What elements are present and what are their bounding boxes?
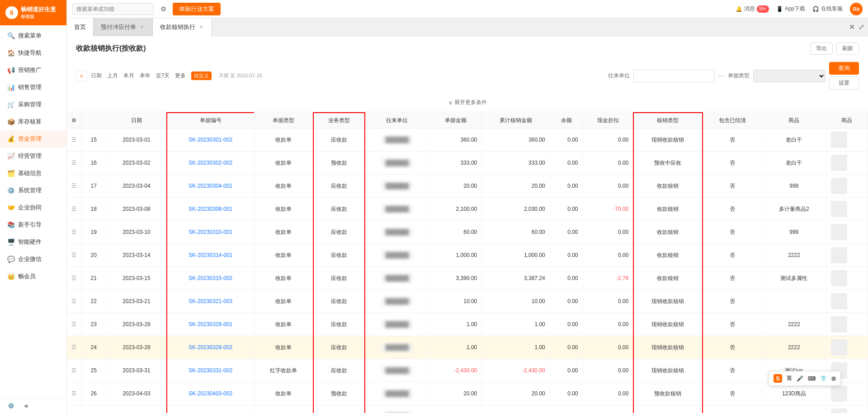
date-custom-btn[interactable]: 自定义	[191, 71, 212, 80]
billtype-select[interactable]	[753, 70, 826, 82]
settings-icon[interactable]: ⚙️	[7, 402, 14, 409]
col-billno[interactable]: 单据编号	[167, 113, 254, 128]
sidebar-item-vip[interactable]: 👑畅会员	[0, 268, 66, 285]
billno-link[interactable]: SK-20230308-001	[189, 206, 232, 212]
tab-payable-close[interactable]: ✕	[139, 24, 145, 30]
cell-seq: 26	[81, 382, 107, 405]
cell-settings[interactable]: ☰	[67, 152, 81, 175]
date-btn-thisyear[interactable]: 本年	[138, 71, 152, 81]
marketing-icon: 📢	[7, 66, 14, 74]
col-goods[interactable]: 商品	[762, 113, 826, 128]
col-discount[interactable]: 现金折扣	[583, 113, 633, 128]
tab-expand-icon[interactable]: ⤢	[859, 23, 864, 31]
ime-shirt-icon[interactable]: 👕	[820, 375, 827, 382]
table-row: ☰ 21 2023-03-15 SK-20230315-002 收款单 应收款 …	[67, 267, 868, 290]
col-goodsimg[interactable]: 商品	[826, 113, 868, 128]
gear-icon[interactable]: ⚙	[157, 3, 169, 15]
partner-input[interactable]	[633, 70, 715, 82]
billno-link[interactable]: SK-20230314-001	[189, 252, 232, 258]
cell-cumamt: 2,030.00	[482, 198, 550, 221]
col-biztype[interactable]: 业务类型	[313, 113, 364, 128]
col-writetype[interactable]: 核销类型	[633, 113, 702, 128]
cell-date: 2023-03-08	[106, 198, 167, 221]
sidebar-item-finance[interactable]: 💰资金管理	[0, 130, 66, 147]
sidebar-bottom: ⚙️ ◀	[0, 398, 66, 413]
sidebar-item-basic[interactable]: 🗂️基础信息	[0, 165, 66, 182]
tab-home[interactable]: 首页	[67, 18, 94, 36]
billno-link[interactable]: SK-20230328-001	[189, 321, 232, 328]
cell-settings[interactable]: ☰	[67, 359, 81, 382]
cell-settings[interactable]: ☰	[67, 313, 81, 336]
solution-btn[interactable]: 体验行业方案	[173, 3, 221, 15]
filter-expand-btn[interactable]: »	[76, 71, 87, 81]
filter-settings-btn[interactable]: 设置	[829, 76, 859, 90]
query-btn[interactable]: 查询	[829, 62, 859, 75]
sidebar-item-marketing[interactable]: 📢营销推广	[0, 62, 66, 79]
cell-settings[interactable]: ☰	[67, 336, 81, 359]
sidebar-item-purchase[interactable]: 🛒采购管理	[0, 96, 66, 113]
col-billtype[interactable]: 单据类型	[254, 113, 314, 128]
sidebar-item-wechat[interactable]: 💬企业微信	[0, 251, 66, 268]
billno-link[interactable]: SK-20230315-002	[189, 275, 232, 281]
cell-settings[interactable]: ☰	[67, 128, 81, 152]
cell-settings[interactable]: ☰	[67, 290, 81, 313]
tab-close-all-icon[interactable]: ✕	[849, 23, 855, 31]
date-btn-lastmonth[interactable]: 上月	[105, 71, 120, 81]
notification-item[interactable]: 🔔 消息 99+	[736, 5, 769, 13]
date-btn-7days[interactable]: 近7天	[154, 71, 172, 81]
cell-billtype: 红字收款单	[254, 359, 314, 382]
sidebar-item-hardware[interactable]: 🖥️智能硬件	[0, 233, 66, 251]
sidebar-item-label-vip: 畅会员	[18, 272, 36, 280]
date-btn-more[interactable]: 更多	[173, 71, 188, 81]
col-balance[interactable]: 余额	[550, 113, 583, 128]
search-input[interactable]	[72, 3, 154, 15]
cell-settings[interactable]: ☰	[67, 267, 81, 290]
sidebar-item-quicknav[interactable]: 🏠快捷导航	[0, 44, 66, 62]
cell-goodsimg	[826, 128, 868, 152]
export-btn[interactable]: 导出	[810, 43, 833, 55]
sidebar-item-search[interactable]: 🔍搜索菜单	[0, 27, 66, 44]
ime-grid-icon[interactable]: ⊞	[831, 375, 836, 382]
tab-writeoff-close[interactable]: ✕	[198, 24, 204, 30]
col-partner[interactable]: 往来单位	[365, 113, 429, 128]
billno-link[interactable]: SK-20230321-003	[189, 298, 232, 304]
cell-settings[interactable]: ☰	[67, 221, 81, 244]
billno-link[interactable]: SK-20230328-002	[189, 344, 232, 351]
sidebar-item-corp[interactable]: 🤝企业协同	[0, 199, 66, 216]
sidebar-item-guide[interactable]: 📚新手引导	[0, 216, 66, 233]
cell-settings[interactable]: ☰	[67, 244, 81, 267]
cell-settings[interactable]: ☰	[67, 198, 81, 221]
col-amount[interactable]: 单据金额	[429, 113, 482, 128]
cell-settings[interactable]: ☰	[67, 382, 81, 405]
filter-dots[interactable]: ···	[718, 72, 724, 80]
billno-link[interactable]: SK-20230331-002	[189, 367, 232, 374]
sidebar-item-inventory[interactable]: 📦库存核算	[0, 113, 66, 130]
collapse-icon[interactable]: ◀	[22, 402, 29, 409]
user-avatar[interactable]: Rit	[850, 3, 863, 15]
tab-payable[interactable]: 预付冲应付单 ✕	[94, 18, 153, 36]
sidebar-item-label-wechat: 企业微信	[18, 255, 42, 263]
app-download-item[interactable]: 📱 App下载	[776, 5, 805, 13]
tab-writeoff[interactable]: 收款核销执行 ✕	[153, 18, 212, 36]
refresh-btn[interactable]: 刷新	[836, 43, 859, 55]
billno-link[interactable]: SK-20230310-001	[189, 229, 232, 235]
sidebar-item-sales[interactable]: 📊销售管理	[0, 79, 66, 96]
col-settings[interactable]: ⚙	[67, 113, 81, 128]
cell-settings[interactable]: ☰	[67, 405, 81, 413]
expand-more-btn[interactable]: ∨ 展开更多条件	[447, 97, 489, 108]
billno-link[interactable]: SK-20230301-002	[189, 137, 232, 143]
sidebar-item-operation[interactable]: 📈经营管理	[0, 147, 66, 165]
ime-mic-icon[interactable]: 🎤	[797, 375, 803, 382]
date-btn-thismonth[interactable]: 本月	[122, 71, 136, 81]
col-date[interactable]: 日期	[106, 113, 167, 128]
billno-link[interactable]: SK-20230302-002	[189, 160, 232, 166]
cell-settings[interactable]: ☰	[67, 175, 81, 198]
billno-link[interactable]: SK-20230403-002	[189, 390, 232, 397]
ime-keyboard-icon[interactable]: ⌨	[808, 375, 816, 382]
billno-link[interactable]: SK-20230304-001	[189, 183, 232, 189]
tab-home-label: 首页	[74, 23, 86, 31]
col-cumamt[interactable]: 累计核销金额	[482, 113, 550, 128]
online-service-item[interactable]: 🎧 在线客服	[812, 5, 843, 13]
sidebar-item-system[interactable]: ⚙️系统管理	[0, 182, 66, 199]
col-incl[interactable]: 包含已结清	[703, 113, 762, 128]
